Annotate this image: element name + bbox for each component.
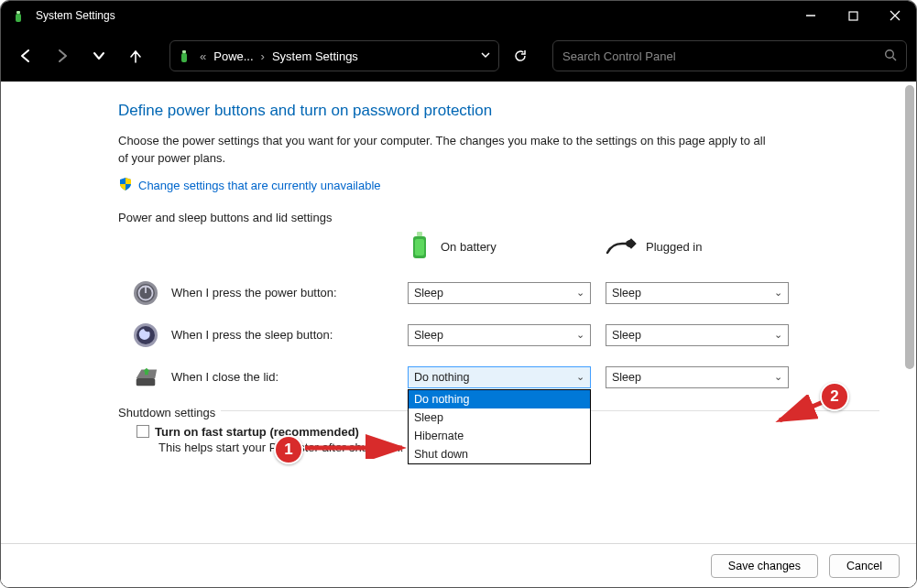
column-header-plugged-label: Plugged in	[646, 240, 702, 254]
sleep-button-plugged-select[interactable]: Sleep⌄	[606, 324, 789, 346]
svg-rect-1	[16, 11, 20, 14]
window-title: System Settings	[36, 9, 115, 22]
row-power-button-label: When I press the power button:	[171, 286, 337, 299]
recent-locations-button[interactable]	[83, 40, 115, 71]
navigation-bar: « Powe... › System Settings Search Contr…	[1, 30, 916, 82]
vertical-scrollbar[interactable]	[905, 85, 914, 369]
address-dropdown-icon[interactable]	[480, 49, 491, 63]
close-button[interactable]	[874, 1, 916, 30]
refresh-button[interactable]	[505, 40, 536, 71]
section-power-sleep-title: Power and sleep buttons and lid settings	[118, 211, 879, 224]
svg-rect-6	[181, 53, 187, 62]
search-icon	[884, 49, 897, 64]
cancel-button[interactable]: Cancel	[829, 554, 900, 578]
title-bar: System Settings	[1, 1, 916, 30]
row-sleep-button: When I press the sleep button:	[118, 322, 393, 348]
row-power-button: When I press the power button:	[118, 280, 393, 306]
svg-line-9	[893, 57, 897, 60]
annotation-arrow-1	[301, 431, 411, 459]
svg-rect-3	[849, 12, 857, 20]
battery-column-icon	[408, 230, 431, 264]
column-header-battery: On battery	[408, 230, 591, 264]
power-button-icon	[133, 280, 158, 306]
svg-point-13	[626, 240, 635, 247]
power-button-plugged-select[interactable]: Sleep⌄	[606, 282, 789, 304]
lid-plugged-select[interactable]: Sleep⌄	[606, 366, 789, 388]
fast-startup-checkbox[interactable]	[136, 425, 149, 438]
column-header-plugged: Plugged in	[606, 236, 789, 257]
svg-rect-11	[417, 232, 422, 236]
change-admin-settings-link[interactable]: Change settings that are currently unava…	[118, 177, 879, 194]
lid-battery-select[interactable]: Do nothing⌄ Do nothing Sleep Hibernate S…	[408, 366, 591, 388]
plug-column-icon	[606, 236, 637, 257]
column-header-battery-label: On battery	[441, 240, 497, 254]
lid-icon	[133, 365, 158, 390]
admin-link-text: Change settings that are currently unava…	[138, 179, 381, 192]
app-icon	[12, 8, 27, 23]
back-button[interactable]	[10, 40, 41, 71]
save-changes-button[interactable]: Save changes	[711, 554, 818, 578]
row-sleep-button-label: When I press the sleep button:	[171, 328, 333, 342]
dropdown-option-hibernate[interactable]: Hibernate	[409, 427, 590, 445]
battery-icon	[178, 49, 192, 63]
page-heading: Define power buttons and turn on passwor…	[118, 102, 879, 120]
svg-point-8	[886, 49, 894, 58]
svg-line-22	[780, 400, 827, 420]
svg-rect-20	[136, 378, 156, 386]
svg-rect-0	[16, 14, 21, 22]
breadcrumb-item-system-settings[interactable]: System Settings	[272, 49, 358, 63]
shield-icon	[118, 177, 133, 194]
power-button-battery-select[interactable]: Sleep⌄	[408, 282, 591, 304]
section-shutdown-title: Shutdown settings	[118, 406, 221, 419]
lid-battery-dropdown: Do nothing Sleep Hibernate Shut down	[408, 389, 591, 464]
up-button[interactable]	[120, 40, 151, 71]
search-input[interactable]: Search Control Panel	[552, 40, 907, 71]
row-close-lid-label: When I close the lid:	[171, 370, 278, 384]
svg-rect-12	[415, 239, 424, 256]
footer: Save changes Cancel	[1, 543, 916, 587]
minimize-button[interactable]	[790, 1, 832, 30]
maximize-button[interactable]	[832, 1, 874, 30]
forward-button[interactable]	[47, 40, 78, 71]
dropdown-option-shut-down[interactable]: Shut down	[409, 445, 590, 463]
row-close-lid: When I close the lid:	[118, 365, 393, 390]
breadcrumb-item-power[interactable]: Powe...	[213, 49, 253, 63]
search-placeholder: Search Control Panel	[562, 49, 676, 63]
breadcrumb-chevron: «	[200, 49, 206, 63]
content-area: Define power buttons and turn on passwor…	[1, 82, 916, 587]
address-bar[interactable]: « Powe... › System Settings	[169, 40, 499, 71]
annotation-marker-1: 1	[274, 435, 303, 464]
svg-rect-7	[182, 50, 186, 53]
dropdown-option-sleep[interactable]: Sleep	[409, 408, 590, 427]
sleep-button-icon	[133, 322, 158, 348]
page-description: Choose the power settings that you want …	[118, 133, 778, 168]
annotation-marker-2: 2	[820, 382, 849, 411]
sleep-button-battery-select[interactable]: Sleep⌄	[408, 324, 591, 346]
breadcrumb-separator: ›	[261, 49, 265, 63]
dropdown-option-do-nothing[interactable]: Do nothing	[409, 390, 590, 408]
